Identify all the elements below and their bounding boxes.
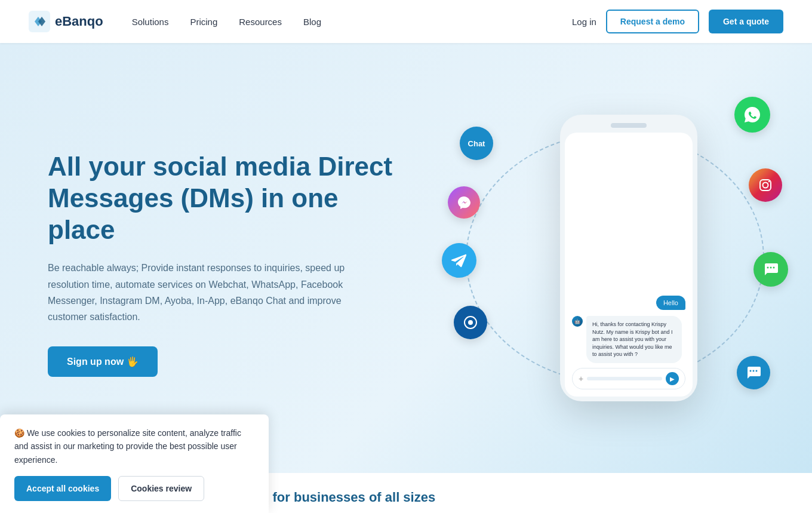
brand-name: eBanqo [55, 14, 103, 29]
signup-button[interactable]: Sign up now 🖐 [48, 346, 158, 377]
svg-point-12 [756, 370, 758, 372]
whatsapp-channel-icon [734, 97, 770, 133]
nav-actions: Log in Request a demo Get a quote [572, 10, 783, 33]
accept-cookies-button[interactable]: Accept all cookies [14, 476, 111, 501]
nav-links: Solutions Pricing Resources Blog [132, 17, 572, 27]
cookie-icon: 🍪 [14, 428, 24, 438]
nav-blog[interactable]: Blog [303, 17, 321, 27]
messenger-channel-icon [448, 186, 480, 219]
green-chat-channel-icon [753, 252, 788, 287]
svg-point-5 [763, 183, 768, 188]
svg-point-8 [770, 267, 772, 269]
send-button[interactable]: ▶ [666, 372, 679, 385]
logo[interactable]: eBanqo [29, 11, 103, 32]
phone-input-bar[interactable]: + ▶ [572, 368, 685, 389]
hero-section: All your social media Direct Messages (D… [0, 43, 812, 473]
svg-point-9 [773, 267, 775, 269]
phone-mockup: Hello 🤖 Hi, thanks for contacting Krispy… [560, 115, 697, 401]
instagram-channel-icon [749, 168, 782, 202]
nav-resources[interactable]: Resources [239, 17, 282, 27]
hero-description: Be reachable always; Provide instant res… [48, 260, 358, 325]
hero-title: All your social media Direct Messages (D… [48, 151, 394, 245]
nav-pricing[interactable]: Pricing [190, 17, 217, 27]
message-input [587, 377, 662, 380]
add-icon: + [579, 374, 583, 383]
chat-channel-icon: Chat [460, 127, 493, 160]
ayoba-channel-icon [454, 306, 487, 339]
telegram-channel-icon [442, 243, 476, 278]
navbar: eBanqo Solutions Pricing Resources Blog … [0, 0, 812, 43]
phone-notch [611, 123, 647, 128]
request-demo-button[interactable]: Request a demo [606, 10, 699, 33]
cookie-buttons: Accept all cookies Cookies review [14, 476, 254, 501]
login-button[interactable]: Log in [572, 17, 596, 27]
blue-chat-channel-icon [737, 356, 770, 389]
phone-screen: Hello 🤖 Hi, thanks for contacting Krispy… [565, 133, 693, 397]
chat-area: Hello 🤖 Hi, thanks for contacting Krispy… [572, 142, 685, 363]
nav-solutions[interactable]: Solutions [132, 17, 169, 27]
svg-point-6 [768, 181, 770, 182]
svg-point-11 [753, 370, 755, 372]
cookie-message: 🍪 We use cookies to personalize site con… [14, 426, 254, 466]
hero-visual: Chat [442, 91, 788, 425]
hero-content: All your social media Direct Messages (D… [48, 151, 394, 377]
bot-message: Hi, thanks for contacting Krispy Nutz. M… [586, 316, 682, 363]
cookies-review-button[interactable]: Cookies review [118, 476, 204, 501]
svg-point-3 [468, 320, 473, 325]
user-message: Hello [656, 296, 685, 310]
cookie-banner: 🍪 We use cookies to personalize site con… [0, 414, 269, 513]
svg-point-7 [767, 267, 769, 269]
bot-avatar: 🤖 [572, 316, 583, 327]
svg-point-10 [750, 370, 752, 372]
get-quote-button[interactable]: Get a quote [709, 10, 783, 33]
logo-icon [29, 11, 50, 32]
